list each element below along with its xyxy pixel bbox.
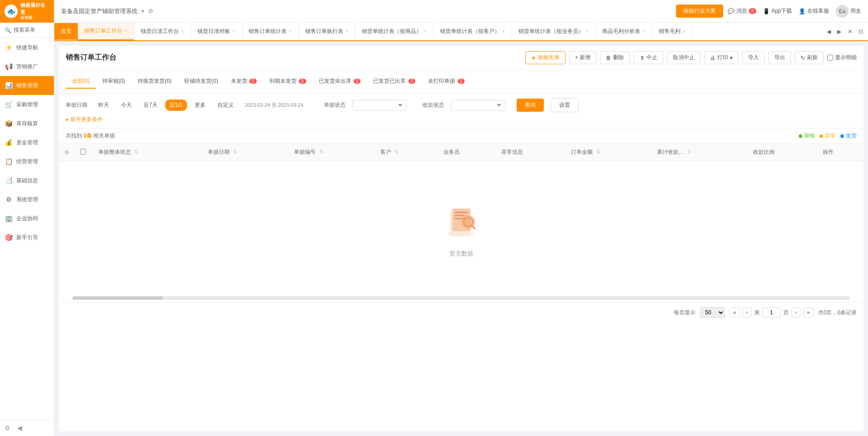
data-table: ⚙ 单据整体状态 ⇅ 单据日期 ⇅	[59, 144, 863, 161]
select-all-checkbox[interactable]	[80, 149, 86, 155]
sidebar-item-quick-nav[interactable]: ⚡ 快捷导航	[0, 38, 54, 57]
prev-page-btn[interactable]: ‹	[743, 308, 752, 318]
tab-sales-order[interactable]: 销售订单工作台 ✕	[78, 23, 134, 40]
settings-bottom-icon[interactable]: ⚙	[5, 424, 10, 431]
sidebar-item-enterprise[interactable]: 🏢 企业协同	[0, 209, 54, 228]
tab-close-icon[interactable]: ✕	[642, 29, 646, 34]
status-select[interactable]	[352, 100, 407, 111]
col-date-sort[interactable]: ⇅	[233, 149, 237, 155]
message-item[interactable]: 💬 消息 6	[728, 7, 756, 15]
add-btn[interactable]: + 新增	[569, 51, 596, 64]
tab-close-icon[interactable]: ✕	[232, 29, 235, 34]
tab-sales-by-staff[interactable]: 销货单统计表（按业务员） ✕	[512, 23, 596, 40]
gear-icon[interactable]: ⚙	[148, 8, 153, 14]
column-settings-icon[interactable]: ⚙	[64, 149, 69, 156]
collapse-icon[interactable]: ◀	[17, 424, 22, 431]
sidebar-item-operations[interactable]: 📋 经营管理	[0, 152, 54, 171]
sidebar-item-inventory[interactable]: 📦 库存核算	[0, 114, 54, 133]
date-btn-today[interactable]: 今天	[117, 100, 136, 111]
search-btn[interactable]: 查询	[517, 99, 544, 112]
show-detail-checkbox[interactable]	[827, 55, 833, 61]
export-btn[interactable]: 导出	[768, 51, 791, 64]
tab-sales-exec[interactable]: 销售订单执行表 ✕	[299, 23, 355, 40]
tab-close-icon[interactable]: ✕	[502, 29, 505, 34]
tab-cash-reconcile[interactable]: 钱货日清对账 ✕	[191, 23, 242, 40]
tab-close-icon[interactable]: ✕	[682, 29, 686, 34]
tab-close-icon[interactable]: ✕	[423, 29, 427, 34]
show-detail-label[interactable]: 显示明细	[827, 54, 857, 62]
user-item[interactable]: Ea 用友	[836, 5, 861, 18]
sidebar-search[interactable]: 🔍 搜索菜单	[0, 23, 54, 38]
col-number-sort[interactable]: ⇅	[319, 149, 324, 155]
sidebar-item-marketing[interactable]: 📢 营销推广	[0, 57, 54, 76]
empty-state: 暂无数据	[59, 161, 863, 294]
tab-close-icon[interactable]: ✕	[585, 29, 589, 34]
cancel-pause-btn[interactable]: 取消中止	[667, 51, 700, 64]
date-btn-more[interactable]: 更多	[191, 100, 210, 111]
print-btn[interactable]: 🖨 打印 ▾	[704, 51, 739, 64]
col-status-sort[interactable]: ⇅	[134, 149, 139, 155]
tab-sales-by-customer[interactable]: 销货单统计表（按客户） ✕	[434, 23, 512, 40]
col-customer-sort[interactable]: ⇅	[394, 149, 399, 155]
sidebar-item-finance[interactable]: 💰 资金管理	[0, 133, 54, 152]
tab-close-icon[interactable]: ✕	[288, 29, 292, 34]
sidebar-item-sales[interactable]: 📊 销售管理	[0, 76, 54, 95]
col-amount-sort[interactable]: ⇅	[596, 149, 600, 155]
tab-close-all-btn[interactable]: ✕	[845, 27, 855, 37]
tab-gross-margin[interactable]: 商品毛利分析表 ✕	[596, 23, 652, 40]
tab-home[interactable]: 首页	[54, 23, 78, 40]
filter-tab-not-printed[interactable]: 未打印单据 0	[422, 75, 471, 89]
date-btn-7days[interactable]: 近7天	[139, 100, 162, 111]
payment-select[interactable]	[451, 100, 505, 111]
last-page-btn[interactable]: »	[803, 308, 814, 318]
tab-cash-daily[interactable]: 钱货日清工作台 ✕	[134, 23, 191, 40]
system-title: 装备及固定资产辅助管理系统 ▾ ⚙	[61, 7, 671, 15]
filter-tab-pending-inspect[interactable]: 待拣货发货(0)	[131, 75, 178, 89]
delete-btn[interactable]: 🗑 删除	[600, 51, 630, 64]
page-number-input[interactable]	[762, 308, 781, 318]
pause-btn[interactable]: ⏸ 中止	[633, 51, 663, 64]
tab-prev-btn[interactable]: ◀	[824, 27, 834, 37]
page-of: 页	[783, 309, 789, 317]
batch-revoke-btn[interactable]: 弃审	[820, 132, 836, 140]
tab-sales-stats[interactable]: 销售订单统计表 ✕	[242, 23, 299, 40]
batch-ship-btn[interactable]: 发货	[840, 132, 857, 140]
horizontal-scrollbar[interactable]	[72, 296, 850, 300]
filter-tab-shipped-not-out[interactable]: 已发货未出库 0	[312, 75, 367, 89]
online-service-item[interactable]: 👤 在线客服	[799, 7, 829, 15]
system-dropdown-icon[interactable]: ▾	[141, 8, 144, 14]
smart-create-btn[interactable]: ★ 智能生单	[525, 51, 566, 64]
col-collected-sort[interactable]: ⇅	[687, 149, 691, 155]
app-download-item[interactable]: 📱 App下载	[763, 7, 792, 15]
expand-conditions-btn[interactable]: ▾ 展开更多条件	[66, 116, 857, 123]
filter-tab-wangpu[interactable]: 旺铺待发货(0)	[178, 75, 225, 89]
tab-close-icon[interactable]: ✕	[124, 28, 128, 33]
filter-tab-not-shipped[interactable]: 未发货 0	[225, 75, 263, 89]
date-btn-custom[interactable]: 自定义	[213, 100, 238, 111]
sidebar-item-purchase[interactable]: 🛒 采购管理	[0, 95, 54, 114]
filter-tab-overdue[interactable]: 到期未发货 0	[263, 75, 312, 89]
tab-sales-by-product[interactable]: 销货单统计表（按商品） ✕	[355, 23, 434, 40]
import-btn[interactable]: 导入	[742, 51, 765, 64]
tab-next-btn[interactable]: ▶	[834, 27, 844, 37]
sidebar-item-basic-info[interactable]: 📑 基础信息	[0, 171, 54, 190]
first-page-btn[interactable]: «	[729, 308, 740, 318]
sidebar-item-system[interactable]: ⚙ 系统管理	[0, 190, 54, 209]
refresh-btn[interactable]: ↻ 刷新	[795, 51, 824, 64]
filter-tab-pending-review[interactable]: 待审核(0)	[96, 75, 132, 89]
settings-query-btn[interactable]: 设置	[551, 98, 579, 112]
filter-tab-shipped-out[interactable]: 已发货已出库 0	[367, 75, 422, 89]
tab-close-icon[interactable]: ✕	[345, 29, 349, 34]
scrollbar-thumb[interactable]	[72, 296, 163, 300]
filter-tab-all[interactable]: 全部(0)	[66, 75, 96, 89]
industry-btn[interactable]: 体验行业方案	[676, 5, 723, 18]
tab-sales-profit[interactable]: 销售毛利 ✕	[652, 23, 693, 40]
page-size-select[interactable]: 50 10 20 100	[700, 307, 725, 318]
tab-maximize-btn[interactable]: ⊡	[856, 27, 866, 37]
tab-close-icon[interactable]: ✕	[181, 29, 184, 34]
sidebar-item-tutorial[interactable]: 🎯 新手引导	[0, 228, 54, 247]
next-page-btn[interactable]: ›	[791, 308, 801, 318]
batch-approve-btn[interactable]: 审核	[799, 132, 815, 140]
date-btn-yesterday[interactable]: 昨天	[94, 100, 113, 111]
date-btn-1month[interactable]: 近1月	[165, 100, 187, 111]
